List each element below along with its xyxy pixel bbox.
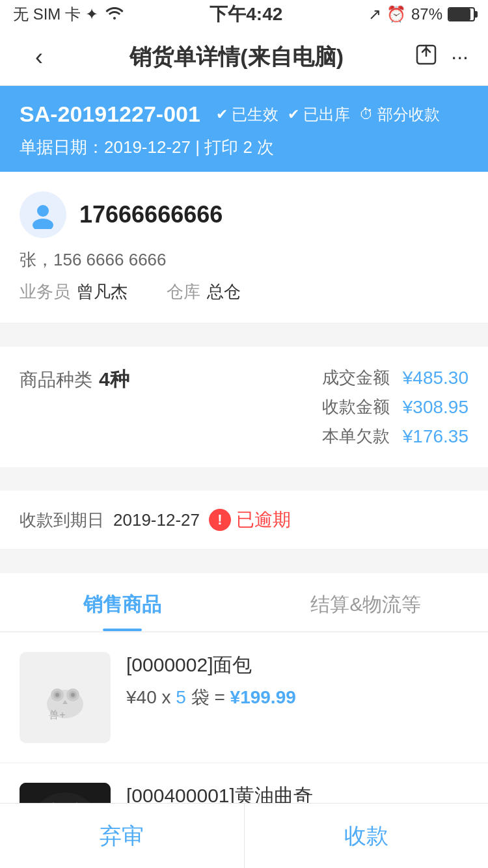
status-right: ↗ ⏰ 87% (368, 5, 475, 23)
tabs-section: 销售商品 结算&物流等 (0, 573, 488, 632)
avatar (20, 191, 66, 238)
stats-left: 商品种类 4种 (20, 366, 129, 393)
overdue-icon: ! (209, 509, 231, 531)
product-item-1: 兽+ [0000002]面包 ¥40 x 5 袋 = ¥199.99 (0, 632, 488, 763)
reject-button[interactable]: 弃审 (0, 804, 245, 868)
svg-text:兽+: 兽+ (49, 709, 65, 720)
owe-amount: ¥176.35 (403, 426, 468, 447)
product-price-1: ¥40 x 5 袋 = ¥199.99 (126, 685, 468, 710)
header-banner: SA-20191227-001 ✔ 已生效 ✔ 已出库 ⏱ 部分收款 单据日期：… (0, 86, 488, 172)
more-icon[interactable]: ··· (451, 45, 468, 69)
sim-indicator: 无 SIM 卡 ✦ (13, 4, 98, 25)
customer-meta: 业务员 曾凡杰 仓库 总仓 (20, 280, 468, 303)
warehouse-label: 仓库 (167, 280, 200, 303)
stats-right: 成交金额 ¥485.30 收款金额 ¥308.95 本单欠款 ¥176.35 (322, 366, 468, 448)
stats-section: 商品种类 4种 成交金额 ¥485.30 收款金额 ¥308.95 本单欠款 ¥… (0, 347, 488, 467)
check-icon-2: ✔ (288, 106, 299, 123)
share-icon[interactable] (414, 43, 438, 72)
owe-label: 本单欠款 (322, 425, 390, 448)
tab-settlement[interactable]: 结算&物流等 (244, 573, 488, 631)
due-label: 收款到期日 (20, 509, 104, 532)
customer-contact: 张，156 6666 6666 (20, 249, 468, 271)
divider-3 (0, 550, 488, 562)
svg-point-2 (33, 219, 53, 229)
status-tags: ✔ 已生效 ✔ 已出库 ⏱ 部分收款 (216, 104, 440, 125)
svg-point-1 (37, 205, 49, 217)
banner-row1: SA-20191227-001 ✔ 已生效 ✔ 已出库 ⏱ 部分收款 (20, 102, 468, 127)
location-icon: ↗ (368, 5, 381, 23)
owe-amount-row: 本单欠款 ¥176.35 (322, 425, 468, 448)
customer-top: 17666666666 (20, 191, 468, 238)
bottom-bar: 弃审 收款 (0, 803, 488, 868)
deal-label: 成交金额 (322, 366, 390, 389)
product-total-1: ¥199.99 (230, 687, 296, 707)
receipt-amount-row: 收款金额 ¥308.95 (322, 396, 468, 418)
overdue-badge: ! 已逾期 (209, 508, 291, 532)
tab-sales[interactable]: 销售商品 (0, 573, 244, 631)
battery-percent: 87% (411, 5, 442, 23)
customer-name: 17666666666 (79, 201, 223, 228)
clock-icon: ⏱ (359, 106, 373, 123)
svg-point-8 (55, 693, 59, 697)
due-date-section: 收款到期日 2019-12-27 ! 已逾期 (0, 491, 488, 550)
category-row: 商品种类 4种 (20, 366, 129, 393)
banner-date-row: 单据日期：2019-12-27 | 打印 2 次 (20, 136, 468, 159)
tab-underline (103, 629, 142, 631)
nav-actions: ··· (414, 43, 468, 72)
product-placeholder-1: 兽+ (20, 652, 111, 743)
status-bar: 无 SIM 卡 ✦ 下午4:42 ↗ ⏰ 87% (0, 0, 488, 29)
warehouse-meta: 仓库 总仓 (167, 280, 241, 303)
svg-point-9 (71, 693, 75, 697)
overdue-text: 已逾期 (236, 508, 291, 532)
receipt-label: 收款金额 (322, 396, 390, 418)
salesperson-label: 业务员 (20, 280, 70, 303)
category-count: 4种 (99, 366, 129, 393)
warehouse-value: 总仓 (207, 280, 241, 303)
wifi-icon (105, 5, 124, 23)
salesperson-value: 曾凡杰 (77, 280, 128, 303)
status-left: 无 SIM 卡 ✦ (13, 4, 124, 25)
customer-section: 17666666666 张，156 6666 6666 业务员 曾凡杰 仓库 总… (0, 172, 488, 323)
product-info-1: [0000002]面包 ¥40 x 5 袋 = ¥199.99 (126, 652, 468, 710)
status-effective: ✔ 已生效 (216, 104, 278, 125)
order-id: SA-20191227-001 (20, 102, 200, 127)
deal-amount-row: 成交金额 ¥485.30 (322, 366, 468, 389)
product-thumb-1: 兽+ (20, 652, 111, 743)
divider-2 (0, 467, 488, 479)
receipt-amount: ¥308.95 (403, 397, 468, 418)
due-date-value: 2019-12-27 (113, 510, 200, 530)
back-button[interactable]: ‹ (20, 38, 59, 77)
status-time: 下午4:42 (210, 2, 282, 27)
product-qty-1: 5 (176, 687, 186, 707)
nav-bar: ‹ 销货单详情(来自电脑) ··· (0, 29, 488, 86)
divider-1 (0, 323, 488, 335)
status-shipped: ✔ 已出库 (288, 104, 350, 125)
salesperson-meta: 业务员 曾凡杰 (20, 280, 128, 303)
alarm-icon: ⏰ (386, 5, 406, 23)
category-label: 商品种类 (20, 368, 92, 392)
nav-title: 销货单详情(来自电脑) (129, 42, 344, 72)
status-partial: ⏱ 部分收款 (359, 104, 440, 125)
check-icon-1: ✔ (216, 106, 228, 123)
product-name-1: [0000002]面包 (126, 652, 468, 679)
deal-amount: ¥485.30 (403, 368, 468, 388)
collect-button[interactable]: 收款 (245, 804, 489, 868)
battery-icon (448, 7, 475, 21)
